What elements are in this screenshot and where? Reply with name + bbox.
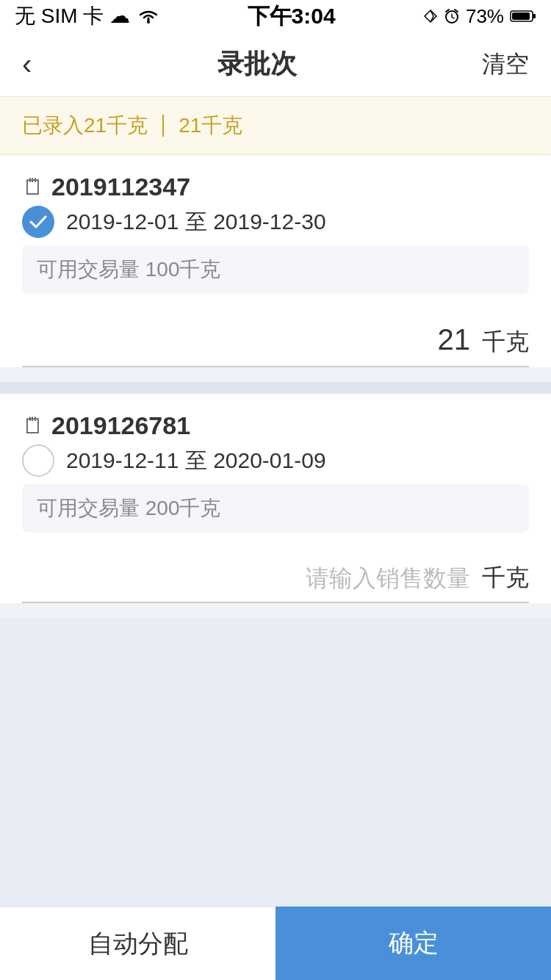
batch-card-2: 🗒 2019126781 2019-12-11 至 2020-01-09 可用交… (0, 394, 551, 603)
doc-icon-1: 🗒 (22, 175, 44, 200)
qty-unit-1: 千克 (482, 326, 529, 359)
nav-bar: ‹ 录批次 清空 (0, 32, 551, 97)
auto-distribute-button[interactable]: 自动分配 (0, 907, 276, 980)
status-left: 无 SIM 卡 ☁ (15, 2, 159, 30)
check-circle-1[interactable] (22, 206, 54, 238)
batch-id-row-1: 🗒 2019112347 (22, 173, 529, 201)
batch-id-2: 2019126781 (51, 411, 190, 440)
avail-box-2: 可用交易量 200千克 (22, 484, 529, 533)
summary-label: 已录入21千克 (22, 112, 148, 140)
check-icon-1 (29, 215, 47, 228)
battery-icon (510, 9, 536, 24)
batch-card-inner-2: 🗒 2019126781 2019-12-11 至 2020-01-09 可用交… (0, 394, 551, 550)
svg-point-0 (147, 21, 150, 24)
input-row-2: 千克 (0, 550, 551, 602)
summary-value: 21千克 (179, 112, 242, 140)
status-right: 73% (423, 5, 536, 28)
section-separator (0, 382, 551, 394)
svg-rect-4 (512, 12, 530, 20)
batch-id-1: 2019112347 (51, 173, 190, 201)
bottom-fill-area (0, 618, 551, 912)
batch-card-1: 🗒 2019112347 2019-12-01 至 2019-12-30 可用交… (0, 155, 551, 367)
qty-row-1: 21 千克 (0, 311, 551, 366)
no-sim-text: 无 SIM 卡 ☁ (15, 2, 130, 30)
svg-rect-3 (533, 14, 536, 18)
clear-button[interactable]: 清空 (482, 48, 529, 81)
date-range-2: 2019-12-11 至 2020-01-09 (66, 446, 326, 476)
back-button[interactable]: ‹ (22, 48, 32, 81)
status-time: 下午3:04 (248, 1, 336, 32)
batch-date-row-2[interactable]: 2019-12-11 至 2020-01-09 (22, 444, 529, 477)
doc-icon-2: 🗒 (22, 414, 44, 439)
qty-divider-1 (22, 366, 529, 367)
summary-banner: 已录入21千克 21千克 (0, 97, 551, 155)
batch-date-row-1[interactable]: 2019-12-01 至 2019-12-30 (22, 206, 529, 238)
wifi-icon (137, 8, 159, 24)
input-divider-2 (22, 602, 529, 603)
status-bar: 无 SIM 卡 ☁ 下午3:04 73% (0, 0, 551, 32)
page-title: 录批次 (217, 46, 297, 82)
qty-value-1: 21 (438, 323, 471, 356)
batch-card-inner-1: 🗒 2019112347 2019-12-01 至 2019-12-30 可用交… (0, 155, 551, 311)
date-range-1: 2019-12-01 至 2019-12-30 (66, 207, 326, 237)
avail-box-1: 可用交易量 100千克 (22, 245, 529, 294)
input-unit-2: 千克 (482, 562, 529, 594)
bottom-buttons: 自动分配 确定 (0, 907, 551, 980)
battery-percent: 73% (466, 5, 504, 28)
summary-divider (162, 115, 164, 137)
alarm-icon (444, 8, 460, 24)
check-circle-2[interactable] (22, 444, 54, 477)
batch-id-row-2: 🗒 2019126781 (22, 411, 529, 440)
qty-input-2[interactable] (22, 565, 470, 592)
location-icon (423, 9, 438, 24)
confirm-button[interactable]: 确定 (276, 907, 551, 980)
